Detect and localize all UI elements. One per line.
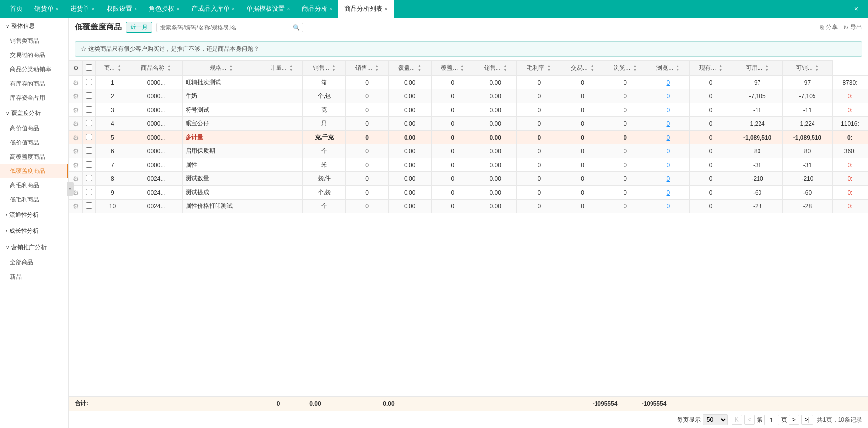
close-template-icon[interactable]: × [287,6,290,12]
column-checkbox[interactable] [83,61,96,76]
column-browse2[interactable]: 浏览... ▲▼ [647,61,689,76]
close-purchase-order-icon[interactable]: × [91,6,94,12]
row-browse1[interactable]: 0 [647,144,689,158]
row-select-checkbox[interactable] [86,161,92,168]
row-name[interactable]: 启用保质期 [183,144,260,158]
sidebar-section-flow[interactable]: › 流通性分析 [0,207,68,223]
close-product-analysis-list-icon[interactable]: × [384,6,387,12]
sidebar-item-traded-products[interactable]: 交易过的商品 [0,48,68,62]
sidebar-item-low-value[interactable]: 低价值商品 [0,136,68,150]
row-select-checkbox[interactable] [86,175,92,181]
nav-permissions[interactable]: 权限设置 × [101,0,143,18]
sidebar-section-growth[interactable]: › 成长性分析 [0,223,68,239]
row-checkbox[interactable] [83,186,96,200]
row-select-checkbox[interactable] [86,79,92,85]
select-all-checkbox[interactable] [86,64,92,71]
row-settings[interactable]: ⚙ [69,200,83,213]
row-browse1[interactable]: 0 [647,158,689,172]
close-role-auth-icon[interactable]: × [176,6,179,12]
row-settings[interactable]: ⚙ [69,158,83,172]
sidebar-item-capital-occupation[interactable]: 库存资金占用 [0,91,68,105]
row-browse1[interactable]: 0 [647,76,689,89]
sidebar-item-new-products[interactable]: 新品 [0,270,68,284]
row-checkbox[interactable] [83,131,96,144]
row-browse1[interactable]: 0 [647,186,689,200]
row-select-checkbox[interactable] [86,134,92,140]
sidebar-section-coverage[interactable]: ∨ 覆盖度分析 [0,105,68,121]
sidebar-item-high-margin[interactable]: 高毛利商品 [0,178,68,193]
nav-role-auth[interactable]: 角色授权 × [143,0,185,18]
column-spec[interactable]: 规格... ▲▼ [183,61,260,76]
close-product-analysis-icon[interactable]: × [329,6,332,12]
row-settings[interactable]: ⚙ [69,103,83,117]
sidebar-item-all-products[interactable]: 全部商品 [0,256,68,270]
row-checkbox[interactable] [83,200,96,213]
share-button[interactable]: ⎘ 分享 [820,23,838,31]
sidebar-section-marketing[interactable]: ∨ 营销推广分析 [0,239,68,256]
search-icon[interactable]: 🔍 [293,24,300,31]
column-unit[interactable]: 计量... ▲▼ [260,61,303,76]
close-sales-order-icon[interactable]: × [55,6,58,12]
sidebar-item-category-turnover[interactable]: 商品分类动销率 [0,62,68,77]
column-browse1[interactable]: 浏览... ▲▼ [604,61,647,76]
row-name[interactable]: 属性 [183,158,260,172]
per-page-select[interactable]: 20 50 100 [703,414,728,425]
row-name[interactable]: 旺辅批次测试 [183,76,260,89]
row-browse1[interactable]: 0 [647,131,689,144]
nav-home[interactable]: 首页 [4,0,28,18]
row-name[interactable]: 测试提成 [183,186,260,200]
first-page-button[interactable]: K [732,415,742,425]
export-button[interactable]: ↻ 导出 [843,23,862,31]
row-browse1[interactable]: 0 [647,117,689,131]
sidebar-item-high-coverage[interactable]: 高覆盖度商品 [0,150,68,164]
row-browse1[interactable]: 0 [647,103,689,117]
close-finished-goods-icon[interactable]: × [232,6,235,12]
nav-finished-goods[interactable]: 产成品入库单 × [186,0,241,18]
nav-purchase-order[interactable]: 进货单 × [64,0,100,18]
row-name[interactable]: 属性价格打印测试 [183,200,260,213]
column-available-stock[interactable]: 可用... ▲▼ [732,61,783,76]
sidebar-section-overall[interactable]: ∨ 整体信息 [0,18,68,34]
row-browse1[interactable]: 0 [647,172,689,186]
nav-template-settings[interactable]: 单据模板设置 × [241,0,296,18]
sidebar-item-low-coverage[interactable]: 低覆盖度商品 [0,164,68,178]
row-name[interactable]: 眠宝公仔 [183,117,260,131]
row-browse1[interactable]: 0 [647,89,689,103]
row-name[interactable]: 牛奶 [183,89,260,103]
date-filter-button[interactable]: 近一月 [126,22,152,33]
column-sellable[interactable]: 可销... ▲▼ [783,61,833,76]
row-settings[interactable]: ⚙ [69,131,83,144]
row-settings[interactable]: ⚙ [69,76,83,89]
row-select-checkbox[interactable] [86,92,92,99]
nav-product-analysis-list[interactable]: 商品分析列表 × [338,0,393,18]
column-coverage1[interactable]: 覆盖... ▲▼ [388,61,431,76]
row-select-checkbox[interactable] [86,147,92,154]
row-name[interactable]: 符号测试 [183,103,260,117]
column-current-stock[interactable]: 现有... ▲▼ [689,61,732,76]
sidebar-item-high-value[interactable]: 高价值商品 [0,121,68,136]
search-input[interactable] [160,24,293,31]
row-checkbox[interactable] [83,172,96,186]
window-close-button[interactable]: × [848,5,864,13]
next-page-button[interactable]: > [789,415,799,425]
close-permissions-icon[interactable]: × [134,6,137,12]
column-sales-amount[interactable]: 销售... ▲▼ [346,61,388,76]
column-sales3[interactable]: 销售... ▲▼ [474,61,517,76]
nav-product-analysis[interactable]: 商品分析 × [296,0,338,18]
row-checkbox[interactable] [83,103,96,117]
column-sales-qty[interactable]: 销售... ▲▼ [303,61,346,76]
row-select-checkbox[interactable] [86,106,92,113]
column-name[interactable]: 商品名称 ▲▼ [130,61,182,76]
column-transaction[interactable]: 交易... ▲▼ [561,61,604,76]
row-name[interactable]: 多计量 [183,131,260,144]
row-select-checkbox[interactable] [86,189,92,195]
sidebar-item-low-margin[interactable]: 低毛利商品 [0,193,68,207]
page-number-input[interactable] [764,415,779,425]
prev-page-button[interactable]: < [744,415,755,425]
row-checkbox[interactable] [83,89,96,103]
row-checkbox[interactable] [83,144,96,158]
column-coverage2[interactable]: 覆盖... ▲▼ [431,61,474,76]
row-checkbox[interactable] [83,76,96,89]
row-settings[interactable]: ⚙ [69,117,83,131]
column-code[interactable]: 商... ▲▼ [96,61,130,76]
